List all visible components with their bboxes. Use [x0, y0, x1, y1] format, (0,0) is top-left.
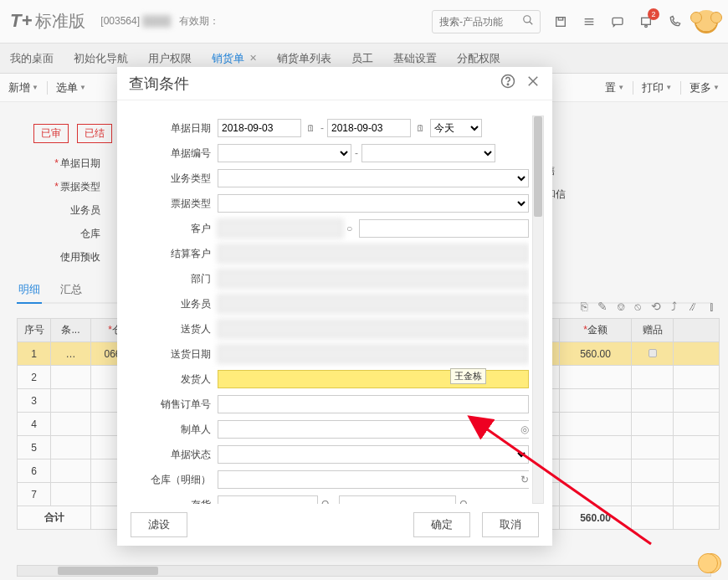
cancel-button[interactable]: 取消	[482, 512, 539, 537]
lookup-icon[interactable]: ↻	[520, 474, 529, 485]
svg-point-11	[507, 84, 509, 85]
customer-to[interactable]	[359, 219, 529, 238]
stock-from[interactable]	[218, 495, 318, 504]
calendar-icon[interactable]: 🗓	[416, 123, 425, 133]
dialog-scrollbar[interactable]	[532, 115, 544, 504]
creator-input[interactable]	[218, 420, 529, 439]
help-icon[interactable]	[500, 74, 515, 93]
label-settle-customer: 结算客户	[126, 247, 218, 261]
lookup-icon[interactable]: ○	[346, 223, 352, 234]
dialog-title: 查询条件	[129, 74, 189, 94]
warehouse-input[interactable]	[218, 470, 529, 489]
filter-settings-button[interactable]: 滤设	[131, 512, 187, 537]
label-creator: 制单人	[126, 423, 218, 437]
date-from-input[interactable]	[218, 119, 301, 137]
ok-button[interactable]: 确定	[413, 512, 470, 537]
label-biz-type: 业务类型	[126, 172, 218, 186]
lookup-icon[interactable]: Q	[459, 499, 467, 504]
label-salesman: 业务员	[126, 297, 218, 311]
dialog-footer: 滤设 确定 取消	[117, 504, 552, 546]
settle-customer-input[interactable]	[218, 244, 529, 263]
label-customer: 客户	[126, 222, 218, 236]
deliverer-input[interactable]	[218, 320, 529, 338]
label-sales-order: 销售订单号	[126, 398, 218, 412]
query-dialog: 查询条件 单据日期 🗓 - 🗓 今天 单据编号 - 业务类型 票	[117, 67, 552, 546]
doc-no-from[interactable]	[218, 144, 351, 162]
sales-order-input[interactable]	[218, 395, 529, 413]
date-preset-select[interactable]: 今天	[430, 119, 482, 137]
label-doc-date: 单据日期	[126, 121, 218, 136]
sender-tooltip: 王金栋	[450, 368, 486, 384]
stock-to[interactable]	[339, 495, 456, 504]
doc-status-select[interactable]	[218, 445, 529, 464]
query-form: 单据日期 🗓 - 🗓 今天 单据编号 - 业务类型 票据类型 客户 ○ 结算客户…	[126, 115, 529, 504]
lookup-icon[interactable]: Q	[321, 499, 329, 504]
label-warehouse-detail: 仓库（明细）	[126, 473, 218, 487]
label-stock: 存货	[126, 498, 218, 505]
label-voucher-type: 票据类型	[126, 197, 218, 211]
label-sender: 发货人	[126, 372, 218, 387]
salesman-input[interactable]	[218, 295, 529, 313]
scroll-thumb[interactable]	[534, 116, 542, 217]
label-deliver-date: 送货日期	[126, 347, 218, 362]
dialog-body: 单据日期 🗓 - 🗓 今天 单据编号 - 业务类型 票据类型 客户 ○ 结算客户…	[117, 100, 552, 504]
label-doc-status: 单据状态	[126, 448, 218, 462]
deliver-date-input[interactable]	[218, 345, 529, 363]
label-deliverer: 送货人	[126, 322, 218, 336]
biz-type-select[interactable]	[218, 169, 529, 187]
label-doc-no: 单据编号	[126, 146, 218, 161]
dept-input[interactable]	[218, 269, 529, 288]
voucher-type-select[interactable]	[218, 194, 529, 213]
dialog-header: 查询条件	[117, 67, 552, 100]
calendar-icon[interactable]: 🗓	[306, 123, 315, 133]
lookup-icon[interactable]: ◎	[520, 423, 529, 435]
doc-no-to[interactable]	[361, 144, 495, 162]
close-icon[interactable]	[525, 74, 541, 93]
customer-from[interactable]	[218, 219, 343, 238]
label-dept: 部门	[126, 272, 218, 286]
date-to-input[interactable]	[327, 119, 411, 137]
